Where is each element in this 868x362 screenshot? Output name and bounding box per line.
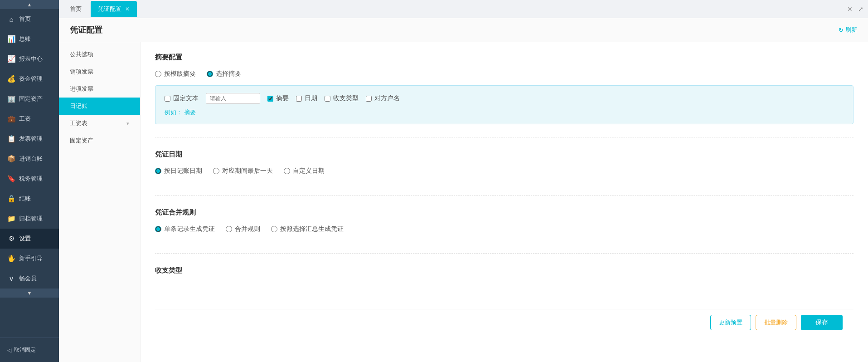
radio-last-day[interactable]: [213, 168, 219, 174]
radio-single[interactable]: [155, 226, 161, 232]
example-value: 摘要: [184, 109, 196, 116]
radio-journal-date-label[interactable]: 按日记账日期: [155, 167, 202, 175]
radio-select[interactable]: [207, 71, 213, 77]
nav-item-payroll-table[interactable]: 工资表 ▾: [59, 115, 140, 132]
scroll-down-btn[interactable]: ▼: [0, 289, 59, 298]
cb-fixed-text[interactable]: [165, 96, 170, 102]
sidebar-item-closing[interactable]: 🔒 结账: [0, 189, 59, 209]
radio-journal-date[interactable]: [155, 168, 161, 174]
reports-icon: 📈: [7, 55, 15, 63]
main-area: 首页 凭证配置 ✕ ✕ ⤢ 凭证配置 ↻ 刷新 公共选项: [59, 0, 868, 362]
expand-window-btn[interactable]: ⤢: [857, 5, 864, 13]
ledger-icon: 📊: [7, 35, 15, 43]
sidebar-item-label: 进销台账: [19, 155, 43, 163]
nav-item-journal[interactable]: 日记账: [59, 98, 140, 115]
summary-section: 摘要配置 按模版摘要 选择摘要: [155, 53, 853, 137]
merge-title: 凭证合并规则: [155, 208, 853, 217]
close-window-btn[interactable]: ✕: [846, 5, 853, 13]
radio-single-label[interactable]: 单条记录生成凭证: [155, 225, 215, 233]
sidebar-item-label: 固定资产: [19, 95, 43, 103]
sidebar-item-payroll[interactable]: 💼 工资: [0, 109, 59, 129]
sidebar-item-label: 资金管理: [19, 75, 43, 83]
sidebar-item-label: 税务管理: [19, 175, 43, 183]
radio-custom[interactable]: [284, 168, 290, 174]
summary-config-box: 固定文本 摘要 日期: [155, 85, 853, 124]
summary-title: 摘要配置: [155, 53, 853, 62]
sidebar-item-label: 设置: [19, 235, 31, 243]
radio-template-label[interactable]: 按模版摘要: [155, 70, 196, 78]
sidebar-item-invoice[interactable]: 📋 发票管理: [0, 129, 59, 149]
radio-merge-rule[interactable]: [226, 226, 232, 232]
sidebar-item-guide[interactable]: 🖐 新手引导: [0, 249, 59, 269]
date-radio-group: 按日记账日期 对应期间最后一天 自定义日期: [155, 167, 853, 175]
fixed-text-input[interactable]: [206, 93, 260, 104]
radio-single-text: 单条记录生成凭证: [164, 225, 215, 233]
pin-icon: ◁: [7, 347, 11, 353]
unpin-button[interactable]: ◁ 取消固定: [0, 342, 59, 358]
sidebar: ▲ ⌂ 首页 📊 总账 📈 报表中心 💰 资金管理 🏢 固定资产 💼 工资 📋 …: [0, 0, 59, 362]
tab-home[interactable]: 首页: [63, 1, 89, 17]
radio-custom-label[interactable]: 自定义日期: [284, 167, 325, 175]
tab-label: 首页: [70, 5, 82, 13]
date-title: 凭证日期: [155, 150, 853, 159]
batch-delete-button[interactable]: 批量删除: [756, 315, 796, 330]
nav-item-sales-invoice[interactable]: 销项发票: [59, 63, 140, 80]
radio-merge-rule-text: 合并规则: [235, 225, 260, 233]
tab-label: 凭证配置: [98, 5, 121, 13]
cb-payment-type-label[interactable]: 收支类型: [325, 94, 359, 103]
sidebar-item-label: 发票管理: [19, 135, 43, 143]
sidebar-item-label: 结账: [19, 195, 31, 203]
cb-counterparty-text: 对方户名: [374, 94, 400, 103]
guide-icon: 🖐: [7, 254, 15, 263]
radio-last-day-label[interactable]: 对应期间最后一天: [213, 167, 273, 175]
cb-fixed-text-label[interactable]: 固定文本: [165, 94, 199, 103]
cb-payment-type[interactable]: [325, 96, 330, 102]
summary-radio-group: 按模版摘要 选择摘要: [155, 70, 853, 78]
sidebar-item-settings[interactable]: ⚙ 设置: [0, 229, 59, 249]
radio-select-merge-label[interactable]: 按照选择汇总生成凭证: [271, 225, 344, 233]
sidebar-item-assets[interactable]: 🏢 固定资产: [0, 89, 59, 109]
refresh-label: 刷新: [845, 26, 857, 34]
nav-item-purchase-invoice[interactable]: 进项发票: [59, 80, 140, 98]
assets-icon: 🏢: [7, 95, 15, 103]
left-nav: 公共选项 销项发票 进项发票 日记账 工资表 ▾ 固定资产: [59, 42, 141, 362]
sidebar-item-reports[interactable]: 📈 报表中心: [0, 49, 59, 69]
nav-item-fixed-assets[interactable]: 固定资产: [59, 132, 140, 149]
update-preview-button[interactable]: 更新预置: [710, 315, 751, 330]
tab-voucher-config[interactable]: 凭证配置 ✕: [91, 1, 137, 17]
sidebar-item-home[interactable]: ⌂ 首页: [0, 9, 59, 29]
radio-merge-rule-label[interactable]: 合并规则: [226, 225, 260, 233]
sidebar-item-inout[interactable]: 📦 进销台账: [0, 149, 59, 169]
cb-date[interactable]: [296, 96, 302, 102]
cb-date-label[interactable]: 日期: [296, 94, 317, 103]
cb-abstract[interactable]: [267, 96, 273, 102]
scroll-up-btn[interactable]: ▲: [0, 0, 59, 9]
sidebar-item-label: 报表中心: [19, 55, 43, 63]
save-button[interactable]: 保存: [801, 315, 843, 330]
cb-abstract-label[interactable]: 摘要: [267, 94, 289, 103]
radio-template[interactable]: [155, 71, 161, 77]
cb-counterparty[interactable]: [366, 96, 372, 102]
sidebar-item-archive[interactable]: 📁 归档管理: [0, 209, 59, 229]
funds-icon: 💰: [7, 75, 15, 83]
cb-counterparty-label[interactable]: 对方户名: [366, 94, 400, 103]
invoice-icon: 📋: [7, 135, 15, 143]
sidebar-item-ledger[interactable]: 📊 总账: [0, 29, 59, 49]
nav-item-public[interactable]: 公共选项: [59, 46, 140, 63]
radio-select-merge[interactable]: [271, 226, 277, 232]
sidebar-item-tax[interactable]: 🔖 税务管理: [0, 169, 59, 189]
merge-radio-group: 单条记录生成凭证 合并规则 按照选择汇总生成凭证: [155, 225, 853, 233]
radio-select-label[interactable]: 选择摘要: [207, 70, 241, 78]
tab-close-btn[interactable]: ✕: [125, 6, 130, 12]
radio-journal-date-text: 按日记账日期: [164, 167, 202, 175]
nav-item-label: 公共选项: [70, 50, 93, 59]
unpin-label: 取消固定: [14, 346, 36, 354]
tax-icon: 🔖: [7, 175, 15, 183]
radio-last-day-text: 对应期间最后一天: [222, 167, 273, 175]
refresh-button[interactable]: ↻ 刷新: [839, 26, 857, 34]
sidebar-item-member[interactable]: V 畅会员: [0, 269, 59, 289]
chevron-icon: ▾: [126, 121, 129, 127]
sidebar-item-funds[interactable]: 💰 资金管理: [0, 69, 59, 89]
home-icon: ⌂: [7, 15, 15, 23]
radio-template-text: 按模版摘要: [164, 70, 196, 78]
